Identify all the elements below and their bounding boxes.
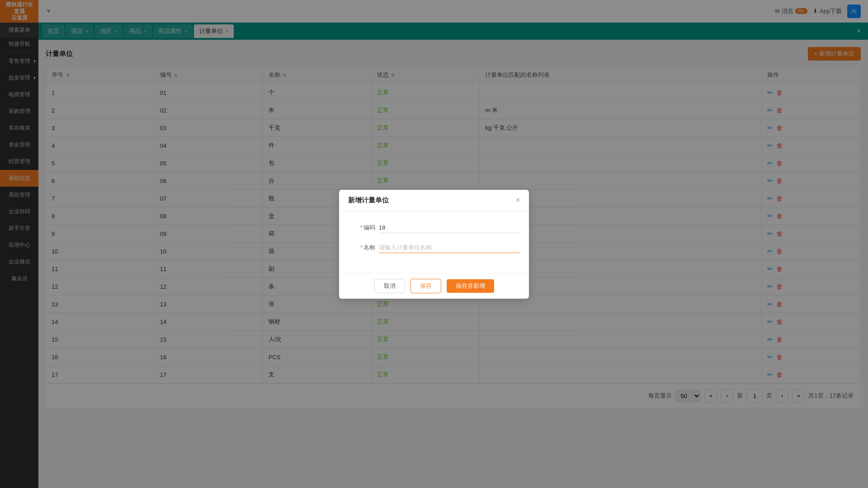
code-label-text: 编码: [363, 224, 375, 231]
form-row-name: *名称: [348, 242, 520, 253]
main-content: ▼ ✉ 消息 99+ ⬇ App下载 AI 首页 项目 × 地区: [38, 0, 868, 488]
required-mark-name: *: [360, 244, 363, 251]
save-and-new-button[interactable]: 保存并新增: [447, 279, 494, 293]
form-row-code: *编码: [348, 222, 520, 233]
required-mark: *: [360, 224, 363, 231]
save-button[interactable]: 保存: [410, 279, 441, 293]
modal-overlay: 新增计量单位 × *编码 *名称 取消 保存: [38, 0, 868, 488]
modal-header: 新增计量单位 ×: [339, 190, 529, 211]
code-label: *编码: [348, 224, 375, 232]
name-label: *名称: [348, 244, 375, 252]
code-input[interactable]: [379, 222, 520, 233]
modal-body: *编码 *名称: [339, 211, 529, 273]
name-label-text: 名称: [363, 244, 375, 251]
modal-footer: 取消 保存 保存并新增: [339, 273, 529, 299]
add-unit-modal: 新增计量单位 × *编码 *名称 取消 保存: [339, 190, 529, 299]
modal-close-btn[interactable]: ×: [516, 196, 520, 204]
modal-title: 新增计量单位: [348, 196, 389, 205]
cancel-button[interactable]: 取消: [374, 279, 405, 293]
name-input[interactable]: [379, 242, 520, 253]
